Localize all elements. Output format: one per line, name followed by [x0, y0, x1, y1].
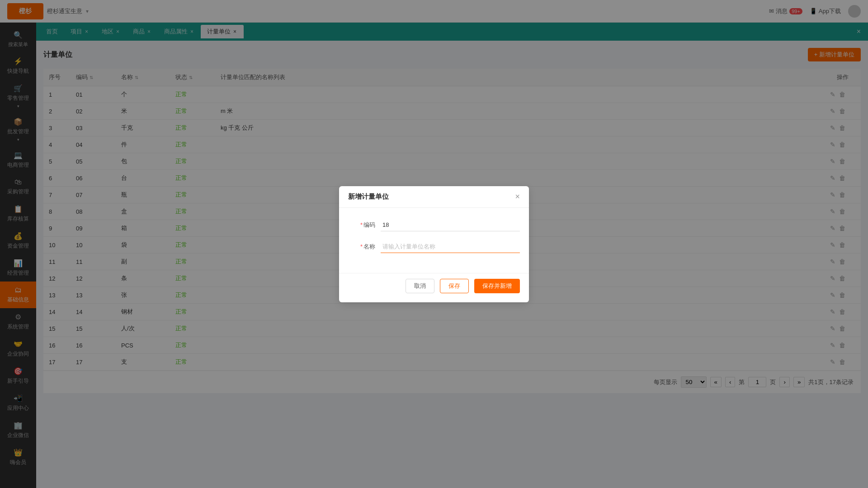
modal-close-button[interactable]: ×	[515, 192, 520, 201]
name-label: *名称	[348, 243, 375, 251]
form-row-code: *编码	[348, 219, 520, 231]
save-and-new-button[interactable]: 保存并新增	[474, 279, 520, 293]
modal-title: 新增计量单位	[348, 192, 389, 201]
cancel-button[interactable]: 取消	[406, 279, 434, 293]
modal-body: *编码 *名称	[339, 208, 529, 273]
modal-overlay: 新增计量单位 × *编码 *名称 取消 保存 保存并新增	[0, 0, 868, 488]
add-unit-modal: 新增计量单位 × *编码 *名称 取消 保存 保存并新增	[339, 186, 529, 302]
form-row-name: *名称	[348, 240, 520, 253]
modal-footer: 取消 保存 保存并新增	[339, 273, 529, 302]
modal-header: 新增计量单位 ×	[339, 186, 529, 208]
code-label: *编码	[348, 221, 375, 229]
name-input[interactable]	[381, 240, 520, 253]
code-input[interactable]	[381, 219, 520, 231]
save-button[interactable]: 保存	[440, 279, 469, 293]
